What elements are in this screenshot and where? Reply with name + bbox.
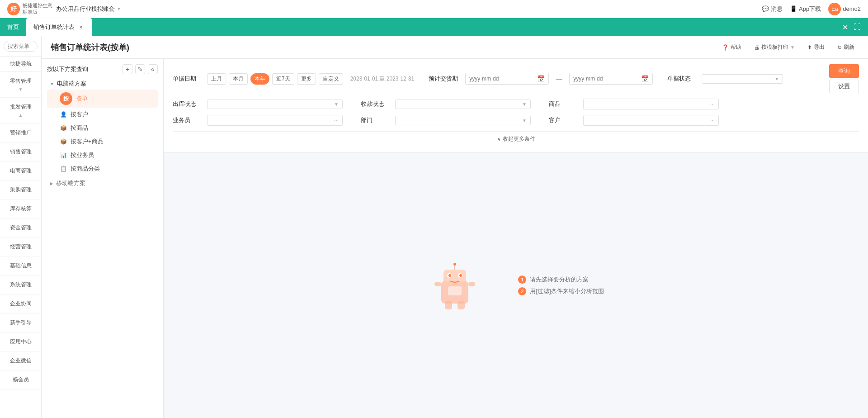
sidebar-item-appcenter[interactable]: 应用中心 bbox=[0, 332, 41, 352]
svg-rect-9 bbox=[468, 282, 475, 286]
salesman-select[interactable]: ··· bbox=[207, 115, 343, 126]
sidebar-item-sales[interactable]: 销售管理 bbox=[0, 142, 41, 162]
filter-row-3: 业务员 ··· 部门 ▼ 客户 ··· bbox=[173, 115, 859, 126]
product-label: 商品 bbox=[549, 100, 576, 108]
mobile-group[interactable]: ▶ 移动端方案 bbox=[47, 177, 158, 189]
sidebar-item-purchase[interactable]: 采购管理 bbox=[0, 180, 41, 200]
help-icon: ❓ bbox=[722, 44, 729, 51]
scheme-item-by-customer-product[interactable]: 📦 按客户+商品 bbox=[47, 135, 158, 148]
top-bar-right: 💬 消息 📱 App下载 Ea demo2 bbox=[762, 3, 861, 15]
maximize-icon[interactable]: ⛶ bbox=[854, 23, 861, 32]
arrow-icon: ▲ bbox=[19, 113, 23, 118]
empty-illustration: 1 请先选择要分析的方案 2 用[过滤]条件来缩小分析范围 bbox=[428, 258, 604, 313]
dept-select[interactable]: ▼ bbox=[395, 116, 531, 125]
scheme-item-by-order[interactable]: 按 按单 bbox=[47, 90, 158, 108]
page-title: 销售订单统计表(按单) bbox=[51, 42, 129, 53]
scheme-item-by-category[interactable]: 📋 按商品分类 bbox=[47, 162, 158, 176]
search-input[interactable] bbox=[4, 41, 38, 52]
help-button[interactable]: ❓ 帮助 bbox=[717, 42, 746, 53]
last7-btn[interactable]: 近7天 bbox=[272, 73, 294, 85]
ship-status-select[interactable]: ▼ bbox=[207, 100, 343, 109]
export-button[interactable]: ⬆ 导出 bbox=[803, 42, 829, 53]
sidebar-item-enterprise[interactable]: 企业协同 bbox=[0, 294, 41, 314]
date-to-input[interactable] bbox=[573, 76, 641, 82]
customer-icon: 👤 bbox=[60, 111, 67, 118]
collapse-button[interactable]: ∧ 收起更多条件 bbox=[173, 131, 859, 147]
collapse-panel-button[interactable]: « bbox=[148, 64, 158, 74]
scheme-item-by-salesman[interactable]: 📊 按业务员 bbox=[47, 148, 158, 162]
expected-date-to[interactable]: 📅 bbox=[569, 73, 653, 85]
custom-date-btn[interactable]: 自定义 bbox=[319, 73, 343, 85]
data-area: 1 请先选择要分析的方案 2 用[过滤]条件来缩小分析范围 bbox=[164, 152, 868, 418]
dropdown-arrow-icon[interactable]: ▼ bbox=[117, 6, 121, 11]
avatar: Ea bbox=[828, 3, 841, 15]
search-button[interactable]: 查询 bbox=[829, 64, 859, 78]
sidebar-item-basic[interactable]: 基础信息 bbox=[0, 256, 41, 276]
settings-button[interactable]: 设置 bbox=[829, 80, 859, 93]
payment-status-select[interactable]: ▼ bbox=[395, 100, 531, 109]
app-download-button[interactable]: 📱 App下载 bbox=[790, 5, 821, 13]
empty-state-hints: 1 请先选择要分析的方案 2 用[过滤]条件来缩小分析范围 bbox=[518, 276, 604, 295]
status-dropdown-icon: ▼ bbox=[774, 76, 779, 81]
export-icon: ⬆ bbox=[807, 44, 812, 51]
ship-status-label: 出库状态 bbox=[173, 100, 200, 108]
calendar-icon[interactable]: 📅 bbox=[537, 75, 545, 82]
calendar-icon-2[interactable]: 📅 bbox=[641, 75, 649, 82]
message-icon: 💬 bbox=[762, 5, 769, 12]
sidebar-item-inventory[interactable]: 库存核算 bbox=[0, 200, 41, 218]
close-window-icon[interactable]: ✕ bbox=[842, 23, 848, 32]
edit-scheme-button[interactable]: ✎ bbox=[135, 64, 145, 74]
tab-sales-order[interactable]: 销售订单统计表 × bbox=[26, 18, 92, 36]
collapse-icon: ∧ bbox=[497, 136, 501, 142]
sidebar-item-operations[interactable]: 经营管理 bbox=[0, 238, 41, 256]
sidebar-item-marketing[interactable]: 营销推广 bbox=[0, 124, 41, 142]
ship-dropdown-icon: ▼ bbox=[334, 102, 339, 107]
message-button[interactable]: 💬 消息 bbox=[762, 5, 783, 13]
dept-dropdown-icon: ▼ bbox=[522, 118, 527, 123]
sidebar-item-ecommerce[interactable]: 电商管理 bbox=[0, 162, 41, 180]
product-select[interactable]: ··· bbox=[583, 99, 719, 109]
sidebar-item-member[interactable]: 畅会员 bbox=[0, 370, 41, 390]
expected-date-from[interactable]: 📅 bbox=[465, 73, 549, 85]
product-more-icon[interactable]: ··· bbox=[710, 101, 715, 107]
pc-group-header[interactable]: ▼ 电脑端方案 bbox=[47, 78, 158, 90]
salesman-label: 业务员 bbox=[173, 116, 200, 124]
template-print-button[interactable]: 🖨 按模板打印 ▼ bbox=[750, 42, 799, 53]
this-month-btn[interactable]: 本月 bbox=[229, 73, 248, 85]
pc-scheme-group: ▼ 电脑端方案 按 按单 👤 按客户 📦 按商品 bbox=[47, 78, 158, 176]
date-dash: — bbox=[556, 76, 562, 82]
sidebar-item-wechat[interactable]: 企业微信 bbox=[0, 352, 41, 370]
sidebar-item-quick-nav[interactable]: 快捷导航 bbox=[0, 57, 41, 72]
scheme-item-by-product[interactable]: 📦 按商品 bbox=[47, 121, 158, 135]
payment-status-label: 收款状态 bbox=[361, 100, 388, 108]
sidebar-item-system[interactable]: 系统管理 bbox=[0, 276, 41, 294]
arrow-icon: ▼ bbox=[19, 87, 23, 92]
group-arrow-icon: ▼ bbox=[50, 81, 54, 86]
page-header: 销售订单统计表(按单) ❓ 帮助 🖨 按模板打印 ▼ ⬆ 导出 ↻ 刷新 bbox=[42, 36, 868, 59]
salesman-more-icon[interactable]: ··· bbox=[334, 117, 339, 124]
user-menu[interactable]: Ea demo2 bbox=[828, 3, 861, 15]
status-select[interactable]: ▼ bbox=[702, 74, 783, 84]
svg-point-4 bbox=[448, 274, 451, 277]
this-year-btn[interactable]: 本年 bbox=[250, 73, 269, 85]
scheme-item-by-customer[interactable]: 👤 按客户 bbox=[47, 108, 158, 121]
tab-bar-actions: ✕ ⛶ bbox=[842, 23, 861, 32]
filter-row-1: 单据日期 上月 本月 本年 近7天 更多 自定义 2023-01-01 至 20… bbox=[173, 64, 859, 93]
customer-select[interactable]: ··· bbox=[583, 115, 719, 126]
customer-more-icon[interactable]: ··· bbox=[710, 117, 715, 124]
refresh-button[interactable]: ↻ 刷新 bbox=[833, 42, 859, 53]
sidebar-item-finance[interactable]: 资金管理 bbox=[0, 218, 41, 238]
more-date-btn[interactable]: 更多 bbox=[297, 73, 316, 85]
date-from-input[interactable] bbox=[469, 76, 537, 82]
last-month-btn[interactable]: 上月 bbox=[207, 73, 226, 85]
sidebar-item-retail[interactable]: 零售管理 ▼ bbox=[0, 72, 41, 98]
content-area: 销售订单统计表(按单) ❓ 帮助 🖨 按模板打印 ▼ ⬆ 导出 ↻ 刷新 bbox=[42, 36, 868, 418]
sidebar-item-wholesale[interactable]: 批发管理 ▲ bbox=[0, 98, 41, 124]
tab-close-button[interactable]: × bbox=[77, 24, 85, 31]
add-scheme-button[interactable]: + bbox=[123, 64, 132, 74]
hint-num-1: 1 bbox=[518, 276, 526, 284]
tab-home[interactable]: 首页 bbox=[0, 18, 26, 36]
mobile-group-arrow-icon: ▶ bbox=[50, 181, 53, 186]
logo-text: 畅捷通好生意 标准版 bbox=[23, 3, 52, 14]
sidebar-item-newbie[interactable]: 新手引导 bbox=[0, 314, 41, 332]
